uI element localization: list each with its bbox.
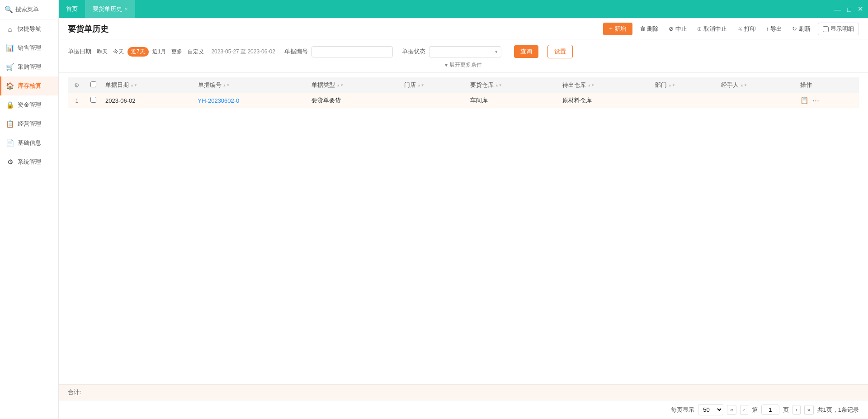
sidebar-label-inventory: 库存核算 <box>18 82 41 90</box>
page-header: 要货单历史 + 新增 🗑 删除 ⊘ 中止 ⊙ 取消中止 🖨 打印 ↑ 导出 ↻ … <box>59 18 868 39</box>
display-detail-checkbox[interactable] <box>823 26 829 32</box>
display-detail-button[interactable]: 显示明细 <box>818 23 859 35</box>
expand-more-icon: ▾ <box>445 62 448 68</box>
window-close-btn[interactable]: ✕ <box>858 5 863 13</box>
sidebar-label-sales: 销售管理 <box>18 44 41 52</box>
query-button[interactable]: 查询 <box>514 45 538 58</box>
next-page-btn[interactable]: › <box>793 405 801 415</box>
date-filter-buttons: 昨天今天近7天近1月更多自定义 <box>95 47 206 57</box>
sidebar-label-system: 系统管理 <box>18 158 41 166</box>
display-detail-label: 显示明细 <box>830 25 854 33</box>
sidebar-icon-finance: 🔒 <box>6 101 14 109</box>
row-action: 📋 ⋯ <box>796 93 859 108</box>
search-menu[interactable]: 🔍 搜索菜单 <box>0 0 58 19</box>
sidebar-item-basic-info[interactable]: 📄基础信息 <box>0 133 58 152</box>
tab-bar-right: — □ ✕ <box>834 0 868 18</box>
content-area: 要货单历史 + 新增 🗑 删除 ⊘ 中止 ⊙ 取消中止 🖨 打印 ↑ 导出 ↻ … <box>59 18 868 419</box>
export-button[interactable]: ↑ 导出 <box>763 23 785 35</box>
th-date[interactable]: 单据日期▲▼ <box>101 77 193 93</box>
th-settings[interactable]: ⚙ <box>68 77 86 93</box>
tab-requisition-history[interactable]: 要货单历史× <box>85 0 135 18</box>
sidebar-item-finance[interactable]: 🔒资金管理 <box>0 95 58 114</box>
select-all-checkbox[interactable] <box>90 81 96 87</box>
sidebar-item-sales[interactable]: 📊销售管理 <box>0 38 58 57</box>
th-doc-type[interactable]: 单据类型▲▼ <box>307 77 400 93</box>
date-btn-自定义[interactable]: 自定义 <box>186 47 206 57</box>
th-handler[interactable]: 经手人▲▼ <box>717 77 796 93</box>
doc-no-filter-group: 单据编号 <box>284 46 393 57</box>
window-minimize-btn[interactable]: — <box>834 5 841 13</box>
sidebar-label-basic-info: 基础信息 <box>18 139 41 147</box>
sidebar-item-system[interactable]: ⚙系统管理 <box>0 152 58 171</box>
th-req-warehouse[interactable]: 要货仓库▲▼ <box>466 77 558 93</box>
row-checkbox[interactable] <box>90 97 96 103</box>
sidebar-icon-inventory: 🏠 <box>6 82 14 90</box>
expand-more-btn[interactable]: ▾ 展开更多条件 <box>68 61 859 69</box>
total-info: 共1页，1条记录 <box>817 406 859 414</box>
row-edit-icon[interactable]: 📋 <box>800 96 809 105</box>
date-btn-今天[interactable]: 今天 <box>111 47 126 57</box>
sidebar-label-purchase: 采购管理 <box>18 63 41 71</box>
window-maximize-btn[interactable]: □ <box>847 5 851 13</box>
date-filter-label: 单据日期 <box>68 48 91 56</box>
summary-label: 合计: <box>68 389 81 395</box>
row-checkbox-cell[interactable] <box>86 93 101 108</box>
row-date: 2023-06-02 <box>101 93 193 108</box>
sidebar-icon-operations: 📋 <box>6 120 14 128</box>
row-pending-warehouse: 原材料仓库 <box>558 93 651 108</box>
row-doc-link[interactable]: YH-20230602-0 <box>198 97 240 104</box>
date-btn-更多[interactable]: 更多 <box>170 47 184 57</box>
th-store[interactable]: 门店▲▼ <box>400 77 466 93</box>
sidebar-item-purchase[interactable]: 🛒采购管理 <box>0 57 58 76</box>
table-header-row: ⚙ 单据日期▲▼ 单据编号▲▼ 单据类型▲▼ 门店▲▼ 要货仓库▲▼ 待出仓库▲… <box>68 77 859 93</box>
search-menu-label: 搜索菜单 <box>15 5 39 14</box>
tab-label-home: 首页 <box>66 5 78 13</box>
th-department[interactable]: 部门▲▼ <box>651 77 717 93</box>
date-btn-近1月[interactable]: 近1月 <box>151 47 168 57</box>
tab-close-requisition-history[interactable]: × <box>125 6 127 12</box>
stop-button[interactable]: ⊘ 中止 <box>666 23 690 35</box>
date-filter-group: 单据日期 昨天今天近7天近1月更多自定义 2023-05-27 至 2023-0… <box>68 47 275 57</box>
tab-home[interactable]: 首页 <box>59 0 85 18</box>
row-req-warehouse: 车间库 <box>466 93 558 108</box>
row-num: 1 <box>68 93 86 108</box>
sidebar-item-quick-nav[interactable]: ⌂快捷导航 <box>0 19 58 38</box>
toolbar: + 新增 🗑 删除 ⊘ 中止 ⊙ 取消中止 🖨 打印 ↑ 导出 ↻ 刷新 显示明… <box>603 23 859 35</box>
status-select[interactable] <box>429 46 501 57</box>
filter-row: 单据日期 昨天今天近7天近1月更多自定义 2023-05-27 至 2023-0… <box>68 45 859 58</box>
th-action: 操作 <box>796 77 859 93</box>
date-btn-昨天[interactable]: 昨天 <box>95 47 109 57</box>
sidebar-item-operations[interactable]: 📋经营管理 <box>0 114 58 133</box>
date-range-display: 2023-05-27 至 2023-06-02 <box>211 48 275 56</box>
th-doc-no[interactable]: 单据编号▲▼ <box>193 77 307 93</box>
sidebar-icon-basic-info: 📄 <box>6 139 14 147</box>
sidebar-icon-quick-nav: ⌂ <box>6 25 14 33</box>
sidebar-label-operations: 经营管理 <box>18 120 41 128</box>
sidebar-item-inventory[interactable]: 🏠库存核算 <box>0 76 58 95</box>
delete-button[interactable]: 🗑 删除 <box>637 23 662 35</box>
new-button[interactable]: + 新增 <box>603 23 632 35</box>
th-checkbox[interactable] <box>86 77 101 93</box>
row-more-icon[interactable]: ⋯ <box>812 96 819 105</box>
doc-no-input[interactable] <box>311 46 393 57</box>
row-store <box>400 93 466 108</box>
row-doc-no: YH-20230602-0 <box>193 93 307 108</box>
table-area: ⚙ 单据日期▲▼ 单据编号▲▼ 单据类型▲▼ 门店▲▼ 要货仓库▲▼ 待出仓库▲… <box>59 73 868 384</box>
sidebar-label-finance: 资金管理 <box>18 101 41 109</box>
sidebar-label-quick-nav: 快捷导航 <box>18 25 41 33</box>
cancel-stop-button[interactable]: ⊙ 取消中止 <box>694 23 730 35</box>
th-pending-warehouse[interactable]: 待出仓库▲▼ <box>558 77 651 93</box>
status-filter-group: 单据状态 <box>402 46 501 57</box>
sidebar: 🔍 搜索菜单 ⌂快捷导航📊销售管理🛒采购管理🏠库存核算🔒资金管理📋经营管理📄基础… <box>0 0 59 419</box>
print-button[interactable]: 🖨 打印 <box>734 23 759 35</box>
settings-button[interactable]: 设置 <box>547 45 573 58</box>
refresh-button[interactable]: ↻ 刷新 <box>789 23 813 35</box>
first-page-btn[interactable]: « <box>727 405 736 415</box>
last-page-btn[interactable]: » <box>804 405 814 415</box>
prev-page-btn[interactable]: ‹ <box>740 405 748 415</box>
date-btn-近7天[interactable]: 近7天 <box>127 47 149 57</box>
page-number-input[interactable] <box>761 405 779 415</box>
doc-no-label: 单据编号 <box>284 48 308 56</box>
page-size-select[interactable]: 50 10 20 100 <box>698 404 723 415</box>
sidebar-icon-sales: 📊 <box>6 44 14 52</box>
